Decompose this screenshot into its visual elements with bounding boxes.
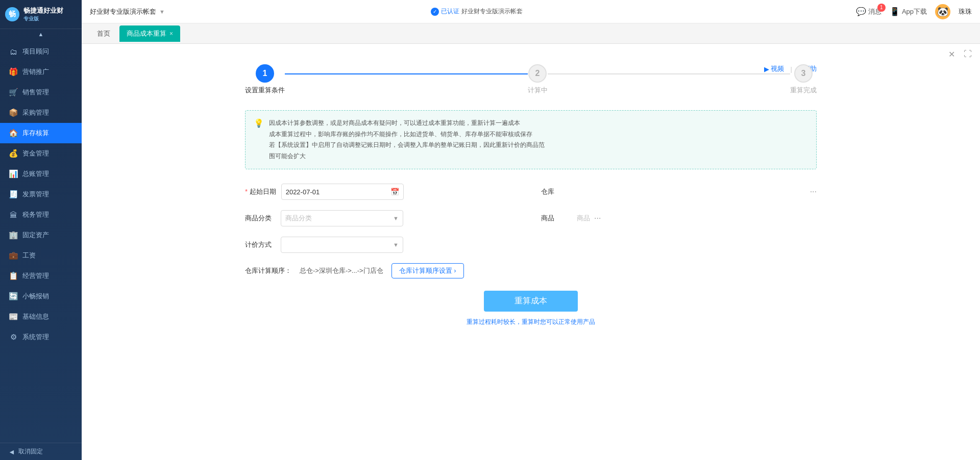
- content-inner: 1 设置重算条件 2 计算中 3 重算完成: [225, 44, 837, 352]
- sidebar-item-system[interactable]: ⚙ 系统管理: [0, 327, 82, 347]
- step-1-circle: 1: [256, 64, 274, 83]
- goods-label: 商品: [541, 214, 572, 223]
- step-1: 1 设置重算条件: [245, 64, 285, 95]
- purchase-icon: 📦: [8, 108, 18, 118]
- category-select[interactable]: 商品分类 ▼: [281, 210, 403, 226]
- expense-icon: 🔄: [8, 291, 18, 301]
- recalc-hint: 重算过程耗时较长，重算时您可以正常使用产品: [467, 318, 595, 326]
- goods-more-button[interactable]: ···: [594, 214, 601, 223]
- company-name: 好业财专业版演示帐套: [461, 7, 523, 16]
- user-name: 珠珠: [959, 7, 972, 16]
- sidebar-item-expense[interactable]: 🔄 小畅报销: [0, 286, 82, 306]
- finance-icon: 💰: [8, 148, 18, 159]
- sidebar-item-marketing[interactable]: 🎁 营销推广: [0, 62, 82, 82]
- sidebar: 畅 畅捷通好业财 专业版 ▲ 🗂 项目顾问 🎁 营销推广 🛒 销售管理 📦 采购…: [0, 0, 82, 460]
- step-3-label: 重算完成: [790, 86, 817, 95]
- start-date-field: 起始日期 2022-07-01 📅: [245, 184, 521, 200]
- main: 好业财专业版演示帐套 ▼ ✓ 已认证 好业财专业版演示帐套 💬 消息 1 📱 A…: [82, 0, 980, 460]
- unpin-icon: ◄: [8, 448, 15, 456]
- sidebar-item-label: 系统管理: [22, 333, 49, 342]
- account-dropdown-icon: ▼: [159, 9, 165, 15]
- warehouse-label: 仓库: [541, 187, 572, 196]
- stepper: 1 设置重算条件 2 计算中 3 重算完成: [245, 64, 817, 95]
- recalculate-button[interactable]: 重算成本: [484, 291, 578, 312]
- message-button[interactable]: 💬 消息 1: [856, 7, 881, 16]
- goods-placeholder: 商品: [577, 214, 590, 223]
- category-label: 商品分类: [245, 214, 276, 223]
- sidebar-item-basic[interactable]: 📰 基础信息: [0, 306, 82, 327]
- calendar-icon[interactable]: 📅: [390, 188, 399, 196]
- warehouse-order-label: 仓库计算顺序：: [245, 266, 291, 275]
- user-avatar[interactable]: 🐼: [935, 4, 950, 19]
- topbar-right: 💬 消息 1 📱 App下载 🐼 珠珠: [856, 4, 972, 19]
- system-icon: ⚙: [8, 332, 18, 342]
- logo-subtitle: 专业版: [23, 15, 63, 22]
- account-name: 好业财专业版演示帐套: [90, 7, 156, 16]
- sidebar-scroll-up[interactable]: ▲: [0, 29, 82, 39]
- warehouse-field: 仓库 ···: [541, 187, 817, 196]
- logo-title: 畅捷通好业财: [23, 6, 63, 15]
- sidebar-item-tax[interactable]: 🏛 税务管理: [0, 205, 82, 225]
- sidebar-item-sales[interactable]: 🛒 销售管理: [0, 82, 82, 103]
- topbar: 好业财专业版演示帐套 ▼ ✓ 已认证 好业财专业版演示帐套 💬 消息 1 📱 A…: [82, 0, 980, 23]
- invoice-icon: 🧾: [8, 189, 18, 199]
- sidebar-item-accounting[interactable]: 📊 总账管理: [0, 164, 82, 184]
- logo-icon: 畅: [5, 7, 19, 21]
- sidebar-item-invoice[interactable]: 🧾 发票管理: [0, 184, 82, 205]
- pricing-row: 计价方式 ▼: [245, 237, 817, 253]
- action-area: 重算成本 重算过程耗时较长，重算时您可以正常使用产品: [245, 291, 817, 326]
- message-badge: 1: [877, 4, 886, 12]
- sidebar-item-project[interactable]: 🗂 项目顾问: [0, 41, 82, 62]
- info-box: 💡 因成本计算参数调整，或是对商品成本有疑问时，可以通过成本重算功能，重新计算一…: [245, 110, 817, 169]
- step-3-circle: 3: [794, 64, 813, 83]
- sidebar-item-label: 发票管理: [22, 190, 49, 199]
- window-controls: ✕ ⛶: [939, 44, 980, 64]
- operations-icon: 📋: [8, 271, 18, 281]
- form-section: 起始日期 2022-07-01 📅 仓库 ···: [245, 184, 817, 326]
- step-line-1: [285, 73, 528, 74]
- expand-window-button[interactable]: ⛶: [962, 48, 974, 60]
- pricing-select[interactable]: ▼: [281, 237, 403, 253]
- info-icon: 💡: [254, 118, 264, 162]
- goods-field: 商品 商品 ···: [541, 214, 817, 223]
- tab-recalc[interactable]: 商品成本重算 ×: [119, 25, 180, 42]
- sidebar-item-label: 资金管理: [22, 149, 49, 158]
- basic-icon: 📰: [8, 312, 18, 322]
- video-icon: ▶: [764, 65, 769, 73]
- sidebar-item-purchase[interactable]: 📦 采购管理: [0, 103, 82, 123]
- verified-text: 已认证: [441, 7, 459, 16]
- step-2-circle: 2: [528, 64, 547, 83]
- sidebar-item-finance[interactable]: 💰 资金管理: [0, 143, 82, 164]
- close-window-button[interactable]: ✕: [945, 48, 958, 60]
- assets-icon: 🏢: [8, 230, 18, 240]
- app-download-button[interactable]: 📱 App下载: [890, 7, 927, 16]
- tab-home[interactable]: 首页: [90, 25, 117, 42]
- sidebar-item-label: 小畅报销: [22, 292, 49, 301]
- sidebar-logo: 畅 畅捷通好业财 专业版: [0, 0, 82, 29]
- accounting-icon: 📊: [8, 169, 18, 179]
- tab-home-label: 首页: [97, 29, 110, 38]
- tab-close-icon[interactable]: ×: [169, 30, 173, 37]
- step-2: 2 计算中: [528, 64, 548, 95]
- sidebar-unpin[interactable]: ◄ 取消固定: [0, 443, 82, 460]
- topbar-account[interactable]: 好业财专业版演示帐套 ▼: [90, 7, 423, 16]
- start-date-value: 2022-07-01: [286, 188, 390, 196]
- warehouse-order-value: 总仓->深圳仓库->...->门店仓: [300, 266, 383, 275]
- expand-icon: ⛶: [964, 49, 972, 59]
- sidebar-item-payroll[interactable]: 💼 工资: [0, 245, 82, 266]
- category-placeholder: 商品分类: [285, 214, 312, 223]
- start-date-input[interactable]: 2022-07-01 📅: [281, 184, 404, 200]
- sidebar-item-operations[interactable]: 📋 经营管理: [0, 266, 82, 286]
- sidebar-item-label: 固定资产: [22, 231, 49, 240]
- category-field: 商品分类 商品分类 ▼: [245, 210, 521, 226]
- sidebar-item-label: 税务管理: [22, 210, 49, 219]
- warehouse-more-button[interactable]: ···: [810, 187, 817, 196]
- warehouse-order-settings-button[interactable]: 仓库计算顺序设置 ›: [391, 263, 464, 278]
- inventory-icon: 🏠: [8, 128, 18, 138]
- start-date-label: 起始日期: [245, 187, 276, 196]
- pricing-dropdown-icon: ▼: [393, 242, 399, 248]
- sidebar-item-inventory[interactable]: 🏠 库存核算: [0, 123, 82, 143]
- sidebar-item-assets[interactable]: 🏢 固定资产: [0, 225, 82, 245]
- video-link[interactable]: ▶ 视频: [764, 64, 784, 73]
- marketing-icon: 🎁: [8, 67, 18, 77]
